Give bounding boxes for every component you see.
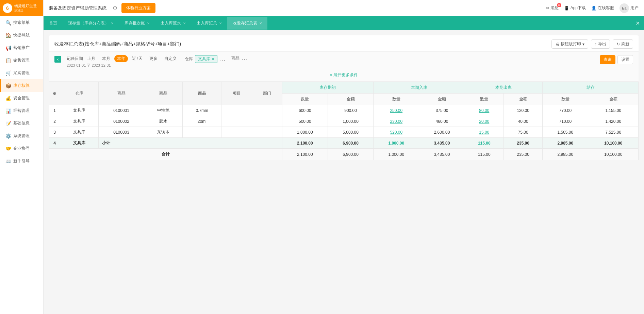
tab-close-icon[interactable]: ✕ — [219, 21, 222, 25]
footer-in-qty: 1,000.00 — [374, 149, 419, 160]
row-bal-qty: 770.00 — [543, 105, 588, 116]
warehouse-filter: 仓库 文具库 ✕ ... — [185, 55, 226, 63]
tab-batch[interactable]: 库存批次账 ✕ — [119, 17, 155, 30]
tab-close-icon[interactable]: ✕ — [147, 21, 150, 25]
date-btn-this-month[interactable]: 本月 — [99, 55, 113, 62]
sidebar: 6 畅捷通好生意 标准版 🔍 搜索菜单 🏠 快捷导航 📢 营销推广 📋 销售管理… — [0, 0, 44, 314]
service-button[interactable]: 👤 在线客服 — [591, 5, 614, 11]
tab-home-label: 首页 — [49, 20, 57, 26]
close-all-tabs[interactable]: ✕ — [631, 20, 644, 27]
date-btn-this-year[interactable]: 本年 — [114, 55, 128, 62]
avatar: Ea — [620, 3, 629, 13]
print-icon: 🖨 — [555, 42, 559, 47]
settings-icon[interactable]: ⚙ — [113, 5, 117, 11]
row-bal-amt: 1,420.00 — [588, 116, 639, 127]
row-out-qty[interactable]: 80.00 — [465, 105, 503, 116]
sidebar-item-finance[interactable]: 💰 资金管理 — [0, 92, 43, 104]
basic-icon: 📝 — [5, 121, 11, 126]
tab-close-icon[interactable]: ✕ — [183, 21, 186, 25]
subtotal-out-qty[interactable]: 115.00 — [465, 138, 503, 149]
date-btn-last-month[interactable]: 上月 — [84, 55, 98, 62]
warehouse-tag-close[interactable]: ✕ — [212, 57, 214, 61]
sidebar-item-label: 销售管理 — [13, 57, 30, 63]
row-in-qty[interactable]: 520.00 — [374, 127, 419, 138]
sidebar-item-sales[interactable]: 📋 销售管理 — [0, 54, 43, 67]
export-button[interactable]: ↑ 导出 — [591, 39, 610, 49]
row-in-qty[interactable]: 250.00 — [374, 105, 419, 116]
row-warehouse: 文具库 — [60, 105, 99, 116]
print-button[interactable]: 🖨 按钮版打印 ▾ — [551, 39, 588, 49]
goods-more[interactable]: ... — [242, 55, 248, 61]
sidebar-item-corp[interactable]: 🤝 企业协同 — [0, 142, 43, 155]
row-in-qty[interactable]: 230.00 — [374, 116, 419, 127]
corp-icon: 🤝 — [5, 146, 11, 151]
warehouse-more[interactable]: ... — [219, 56, 226, 62]
col-group-bal: 结存 — [543, 82, 639, 94]
print-label: 按钮版打印 — [561, 41, 581, 47]
col-in-qty: 数量 — [374, 94, 419, 105]
date-btn-custom[interactable]: 自定义 — [162, 55, 179, 62]
col-spec: 商品 — [183, 82, 221, 105]
trial-button[interactable]: 体验行业方案 — [121, 3, 155, 13]
expand-icon: ▾ — [330, 73, 332, 78]
footer-out-qty: 115.00 — [465, 149, 503, 160]
logo-text: 畅捷通好生意 — [14, 3, 37, 8]
sidebar-item-business[interactable]: 📊 经营管理 — [0, 104, 43, 117]
subtotal-in-qty[interactable]: 1,000.00 — [374, 138, 419, 149]
sidebar-item-inventory[interactable]: 📦 库存核算 — [0, 79, 43, 92]
subtotal-name: 小计 — [98, 138, 282, 149]
user-label: 用户 — [630, 5, 639, 11]
sidebar-item-system[interactable]: ⚙️ 系统管理 — [0, 130, 43, 142]
row-out-qty[interactable]: 15.00 — [465, 127, 503, 138]
col-project: 项目 — [221, 82, 252, 105]
row-no: 3 — [49, 127, 60, 138]
row-project — [221, 105, 252, 116]
data-table-wrapper: ⚙ 仓库 商品 商品 商品 项目 部门 库存期初 本期入库 本期出库 结存 — [49, 82, 639, 160]
tab-inout-flow[interactable]: 出入库流水 ✕ — [155, 17, 191, 30]
tab-inventory-dist[interactable]: 现存量（库存分布表） ✕ — [63, 17, 119, 30]
tab-home[interactable]: 首页 — [44, 17, 63, 30]
refresh-button[interactable]: ↻ 刷新 — [613, 39, 633, 49]
settings-filter-button[interactable]: 设置 — [617, 55, 633, 64]
expand-conditions-button[interactable]: ▾ 展开更多条件 — [330, 72, 358, 78]
sidebar-item-label: 基础信息 — [13, 120, 30, 126]
row-code: 0100001 — [98, 105, 144, 116]
tab-close-icon[interactable]: ✕ — [259, 21, 262, 25]
footer-in-amt: 3,435.00 — [419, 149, 465, 160]
filter-collapse-button[interactable]: ‹ — [54, 56, 61, 63]
system-icon: ⚙️ — [5, 133, 11, 139]
finance-icon: 💰 — [5, 96, 11, 101]
col-init-amt: 金额 — [328, 94, 373, 105]
message-button[interactable]: ✉ 消息 6 — [546, 5, 559, 11]
sidebar-item-purchase[interactable]: 🛒 采购管理 — [0, 67, 43, 79]
date-btn-7days[interactable]: 近7天 — [129, 55, 145, 62]
tab-inout-summary[interactable]: 出入库汇总 ✕ — [191, 17, 227, 30]
table-settings-icon[interactable]: ⚙ — [53, 91, 56, 96]
sidebar-item-search[interactable]: 🔍 搜索菜单 — [0, 16, 43, 29]
footer-label: 合计 — [49, 149, 282, 160]
col-group-in: 本期入库 — [374, 82, 465, 94]
sidebar-item-basic[interactable]: 📝 基础信息 — [0, 117, 43, 130]
subtotal-row: 4 文具库 小计 2,100.00 6,900.00 1,000.00 3,43… — [49, 138, 639, 149]
subtotal-init-qty: 2,100.00 — [282, 138, 328, 149]
marketing-icon: 📢 — [5, 45, 11, 51]
app-download-button[interactable]: 📱 App下载 — [564, 5, 586, 11]
row-warehouse: 文具库 — [60, 127, 99, 138]
row-in-amt: 375.00 — [419, 105, 465, 116]
sidebar-item-marketing[interactable]: 📢 营销推广 — [0, 42, 43, 54]
guide-icon: 📖 — [5, 159, 11, 164]
sidebar-item-label: 搜索菜单 — [13, 20, 30, 26]
date-shortcuts: 上月 本月 本年 近7天 更多 自定义 — [84, 55, 179, 62]
query-button[interactable]: 查询 — [600, 55, 615, 64]
sidebar-item-guide[interactable]: 📖 新手引导 — [0, 155, 43, 167]
row-out-qty[interactable]: 20.00 — [465, 116, 503, 127]
export-label: 导出 — [598, 41, 606, 47]
sidebar-item-quick[interactable]: 🏠 快捷导航 — [0, 29, 43, 42]
refresh-icon: ↻ — [616, 42, 620, 47]
subtotal-out-amt: 235.00 — [503, 138, 542, 149]
tab-recv-send[interactable]: 收发存汇总表 ✕ — [227, 17, 267, 30]
col-settings[interactable]: ⚙ — [49, 82, 60, 105]
user-area[interactable]: Ea 用户 — [620, 3, 639, 13]
tab-close-icon[interactable]: ✕ — [111, 21, 114, 25]
date-btn-more[interactable]: 更多 — [147, 55, 160, 62]
